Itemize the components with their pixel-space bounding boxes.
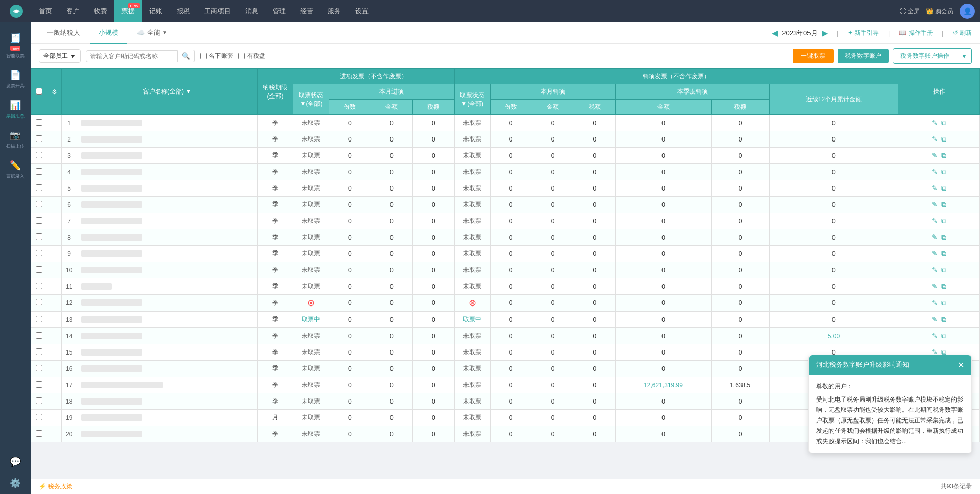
- row-checkbox-cell[interactable]: [31, 246, 47, 262]
- row-checkbox[interactable]: [36, 119, 42, 126]
- app-logo[interactable]: [5, 0, 28, 22]
- row-out-status-cell[interactable]: 未取票: [454, 278, 490, 295]
- row-checkbox-cell[interactable]: [31, 115, 47, 131]
- row-in-status-cell[interactable]: 未取票: [293, 213, 329, 229]
- row-checkbox-cell[interactable]: [31, 328, 47, 344]
- row-in-status-cell[interactable]: 未取票: [293, 197, 329, 213]
- row-out-status-cell[interactable]: 未取票: [454, 115, 490, 131]
- edit-button[interactable]: ✎: [930, 216, 939, 226]
- th-in-status[interactable]: 取票状态▼(全部): [293, 84, 329, 115]
- copy-button[interactable]: ⧉: [940, 199, 947, 210]
- next-month-button[interactable]: ▶: [822, 28, 828, 38]
- row-out-status-cell[interactable]: 未取票: [454, 328, 490, 344]
- digital-op-dropdown[interactable]: ▼: [957, 48, 972, 64]
- row-out-status-cell[interactable]: 未取票: [454, 180, 490, 197]
- row-checkbox-cell[interactable]: [31, 393, 47, 410]
- row-in-status-cell[interactable]: 未取票: [293, 344, 329, 361]
- rolling-value-link[interactable]: 5.00: [828, 333, 840, 340]
- employee-select[interactable]: 全部员工 ▼: [39, 49, 81, 63]
- row-out-status-cell[interactable]: 未取票: [454, 361, 490, 377]
- row-out-status-cell[interactable]: 未取票: [454, 229, 490, 246]
- sidebar-item-invoice-issue[interactable]: 📄 发票开具: [0, 64, 31, 95]
- copy-button[interactable]: ⧉: [940, 150, 947, 161]
- copy-button[interactable]: ⧉: [940, 281, 947, 292]
- digital-account-button[interactable]: 税务数字账户: [838, 49, 889, 63]
- edit-button[interactable]: ✎: [930, 331, 939, 341]
- row-in-status-cell[interactable]: 未取票: [293, 393, 329, 410]
- edit-button[interactable]: ✎: [930, 183, 939, 193]
- row-out-status-cell[interactable]: ⊗: [454, 295, 490, 312]
- sidebar-item-smart-ticket[interactable]: 🧾 new 智能取票: [0, 28, 31, 64]
- row-in-status-cell[interactable]: 未取票: [293, 164, 329, 180]
- row-in-status-cell[interactable]: 未取票: [293, 410, 329, 426]
- nav-message[interactable]: 消息: [238, 0, 265, 22]
- row-checkbox-cell[interactable]: [31, 180, 47, 197]
- row-checkbox-cell[interactable]: [31, 295, 47, 312]
- tab-small-scale[interactable]: 小规模: [90, 22, 127, 44]
- row-out-status-cell[interactable]: 未取票: [454, 148, 490, 164]
- row-out-status-cell[interactable]: 未取票: [454, 164, 490, 180]
- row-in-status-cell[interactable]: 未取票: [293, 246, 329, 262]
- row-checkbox-cell[interactable]: [31, 213, 47, 229]
- row-in-status-cell[interactable]: 未取票: [293, 361, 329, 377]
- row-checkbox[interactable]: [36, 365, 42, 371]
- row-checkbox-cell[interactable]: [31, 426, 47, 442]
- edit-button[interactable]: ✎: [930, 298, 939, 308]
- row-checkbox[interactable]: [36, 233, 42, 240]
- edit-button[interactable]: ✎: [930, 281, 939, 291]
- row-out-status-cell[interactable]: 未取票: [454, 426, 490, 442]
- nav-settings[interactable]: 设置: [348, 0, 376, 22]
- copy-button[interactable]: ⧉: [940, 117, 947, 128]
- search-button[interactable]: 🔍: [178, 50, 195, 62]
- row-in-status-cell[interactable]: 未取票: [293, 229, 329, 246]
- fullscreen-button[interactable]: ⛶ 全屏: [900, 7, 920, 16]
- row-out-status-cell[interactable]: 未取票: [454, 262, 490, 278]
- row-out-status-cell[interactable]: 未取票: [454, 197, 490, 213]
- row-checkbox-cell[interactable]: [31, 229, 47, 246]
- row-checkbox[interactable]: [36, 381, 42, 388]
- vip-button[interactable]: 👑 购会员: [926, 7, 953, 16]
- row-checkbox[interactable]: [36, 135, 42, 142]
- sidebar-item-config[interactable]: ⚙️: [0, 473, 31, 494]
- th-checkbox[interactable]: [31, 69, 47, 115]
- row-out-status-cell[interactable]: 取票中: [454, 312, 490, 328]
- under-account-checkbox[interactable]: 名下账套: [200, 52, 233, 60]
- row-checkbox[interactable]: [36, 299, 42, 305]
- row-checkbox[interactable]: [36, 250, 42, 256]
- edit-button[interactable]: ✎: [930, 134, 939, 144]
- edit-button[interactable]: ✎: [930, 248, 939, 258]
- has-tax-disk-check[interactable]: [238, 53, 245, 59]
- tab-general-taxpayer[interactable]: 一般纳税人: [39, 22, 88, 44]
- digital-op-button[interactable]: 税务数字账户操作: [893, 48, 957, 64]
- row-in-status-cell[interactable]: ⊗: [293, 295, 329, 312]
- row-checkbox[interactable]: [36, 414, 42, 420]
- row-out-status-cell[interactable]: 未取票: [454, 393, 490, 410]
- row-checkbox-cell[interactable]: [31, 344, 47, 361]
- row-checkbox[interactable]: [36, 430, 42, 437]
- edit-button[interactable]: ✎: [930, 314, 939, 324]
- user-avatar[interactable]: 👤: [960, 4, 975, 19]
- nav-operation[interactable]: 经营: [293, 0, 321, 22]
- manual-link[interactable]: 📖 操作手册: [899, 29, 933, 37]
- search-input[interactable]: [86, 50, 178, 62]
- row-checkbox[interactable]: [36, 184, 42, 191]
- copy-button[interactable]: ⧉: [940, 232, 947, 243]
- edit-button[interactable]: ✎: [930, 167, 939, 177]
- under-account-check[interactable]: [200, 53, 207, 59]
- nav-client[interactable]: 客户: [59, 0, 87, 22]
- nav-home[interactable]: 首页: [32, 0, 59, 22]
- refresh-link[interactable]: ↺ 刷新: [953, 29, 972, 37]
- row-checkbox[interactable]: [36, 168, 42, 175]
- th-client-name[interactable]: 客户名称(全部) ▼: [77, 69, 258, 115]
- row-checkbox-cell[interactable]: [31, 131, 47, 148]
- row-in-status-cell[interactable]: 未取票: [293, 328, 329, 344]
- row-checkbox[interactable]: [36, 201, 42, 207]
- row-checkbox[interactable]: [36, 217, 42, 224]
- copy-button[interactable]: ⧉: [940, 248, 947, 259]
- tab-all-capable[interactable]: ☁️ 全能 ▼: [129, 22, 176, 44]
- row-checkbox[interactable]: [36, 348, 42, 355]
- row-checkbox-cell[interactable]: [31, 278, 47, 295]
- nav-tax[interactable]: 报税: [169, 0, 197, 22]
- copy-button[interactable]: ⧉: [940, 216, 947, 226]
- sidebar-item-scan-upload[interactable]: 📷 扫描上传: [0, 125, 31, 155]
